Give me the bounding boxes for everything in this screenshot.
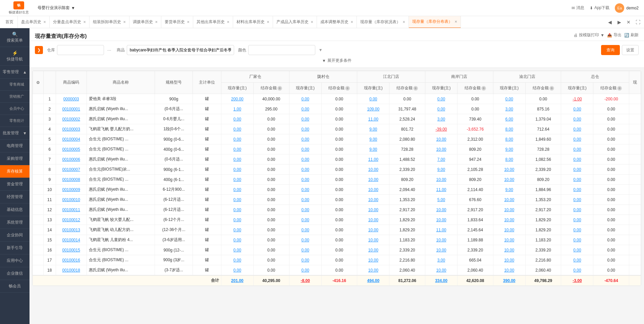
- row-lc-qty[interactable]: 0.00: [289, 235, 321, 245]
- row-code[interactable]: 00100001: [56, 104, 87, 114]
- row-total-qty[interactable]: 0.00: [561, 225, 593, 235]
- summary-fc-qty[interactable]: 201.00: [221, 275, 254, 286]
- app-download-button[interactable]: ⬇ App下载: [590, 5, 609, 11]
- row-yb-qty[interactable]: 10.00: [493, 265, 525, 276]
- row-na-qty[interactable]: 10.00: [425, 265, 458, 276]
- row-jb-qty[interactable]: 11.00: [357, 114, 389, 124]
- row-lc-qty[interactable]: 0.00: [289, 154, 321, 165]
- row-total-qty[interactable]: 0.00: [561, 195, 593, 205]
- row-yb-qty[interactable]: 8.00: [493, 124, 525, 134]
- tab-5-close[interactable]: ✕: [227, 20, 229, 24]
- print-button[interactable]: 🖨 按模版打印 ▼: [574, 32, 604, 38]
- tab-2-close[interactable]: ✕: [123, 20, 126, 24]
- sidebar-item-retail-mgmt[interactable]: 零售管理 ▲: [0, 66, 30, 79]
- tab-9[interactable]: 现存量（库存状况表） ✕: [357, 16, 409, 28]
- warehouse-ellipsis[interactable]: ···: [106, 47, 113, 53]
- row-lc-qty[interactable]: 0.00: [289, 165, 321, 175]
- row-lc-qty[interactable]: 0.00: [289, 185, 321, 195]
- tab-3[interactable]: 调拨单历史 ✕: [129, 16, 161, 28]
- row-lc-qty[interactable]: 0.00: [289, 144, 321, 154]
- row-code[interactable]: 00100004: [56, 134, 87, 144]
- row-code[interactable]: 00100007: [56, 165, 87, 175]
- row-code[interactable]: 00100009: [56, 185, 87, 195]
- row-jb-qty[interactable]: 10.00: [357, 225, 389, 235]
- row-yb-qty[interactable]: 10.00: [493, 195, 525, 205]
- sidebar-item-member-center[interactable]: 会员中心: [0, 103, 30, 115]
- row-na-qty[interactable]: 10.00: [425, 175, 458, 185]
- row-yb-qty[interactable]: 0.00: [493, 94, 525, 104]
- row-yb-qty[interactable]: 10.00: [493, 255, 525, 265]
- sidebar-item-marketing[interactable]: 营销推广: [0, 91, 30, 103]
- row-jb-qty[interactable]: 9.00: [357, 144, 389, 154]
- row-total-qty[interactable]: 0.00: [561, 114, 593, 124]
- nav-expand-button[interactable]: ⛶: [633, 17, 643, 27]
- row-yb-qty[interactable]: 10.00: [493, 215, 525, 225]
- row-total-qty[interactable]: 0.00: [561, 205, 593, 215]
- sidebar-item-purchase[interactable]: 采购管理: [0, 152, 30, 165]
- sidebar-item-guide[interactable]: 新手引导: [0, 242, 30, 254]
- row-total-qty[interactable]: 0.00: [561, 104, 593, 114]
- row-yb-qty[interactable]: 9.00: [493, 185, 525, 195]
- row-na-qty[interactable]: 10.00: [425, 245, 458, 255]
- row-lc-qty[interactable]: 0.00: [289, 205, 321, 215]
- tab-6[interactable]: 材料出库单历史 ✕: [233, 16, 273, 28]
- export-button[interactable]: 📤 导出: [607, 32, 622, 38]
- row-total-qty[interactable]: 0.00: [561, 175, 593, 185]
- row-jb-qty[interactable]: 10.00: [357, 205, 389, 215]
- row-jb-qty[interactable]: 109.00: [357, 104, 389, 114]
- row-na-qty[interactable]: 3.00: [425, 255, 458, 265]
- row-jb-qty[interactable]: 10.00: [357, 235, 389, 245]
- tab-8-close[interactable]: ✕: [351, 20, 353, 24]
- row-total-qty[interactable]: -1.00: [561, 94, 593, 104]
- row-na-qty[interactable]: 11.00: [425, 185, 458, 195]
- row-fc-qty[interactable]: 0.00: [221, 114, 254, 124]
- row-lc-qty[interactable]: 0.00: [289, 175, 321, 185]
- row-lc-qty[interactable]: 0.00: [289, 215, 321, 225]
- row-code[interactable]: 00100013: [56, 225, 87, 235]
- tab-4-close[interactable]: ✕: [187, 20, 190, 24]
- sidebar-item-enterprise[interactable]: 企业协同: [0, 229, 30, 242]
- row-lc-qty[interactable]: 0.00: [289, 124, 321, 134]
- row-lc-qty[interactable]: 0.00: [289, 265, 321, 276]
- row-jb-qty[interactable]: 9.00: [357, 134, 389, 144]
- row-lc-qty[interactable]: 0.00: [289, 245, 321, 255]
- row-total-qty[interactable]: 0.00: [561, 235, 593, 245]
- row-total-qty[interactable]: 0.00: [561, 185, 593, 195]
- row-fc-qty[interactable]: 0.00: [221, 265, 254, 276]
- row-na-qty[interactable]: 3.00: [425, 114, 458, 124]
- warehouse-input[interactable]: [57, 45, 104, 55]
- summary-yb-qty[interactable]: 390.00: [493, 275, 525, 286]
- row-fc-qty[interactable]: 0.00: [221, 235, 254, 245]
- nav-close-button[interactable]: ✕: [624, 17, 633, 27]
- settings-icon-header[interactable]: ⚙: [33, 71, 44, 94]
- sidebar-item-vip[interactable]: 畅会员: [0, 280, 30, 293]
- row-lc-qty[interactable]: 0.00: [289, 104, 321, 114]
- row-na-qty[interactable]: 10.00: [425, 134, 458, 144]
- row-fc-qty[interactable]: 0.00: [221, 255, 254, 265]
- row-fc-qty[interactable]: 1.00: [221, 104, 254, 114]
- row-code[interactable]: 00100018: [56, 265, 87, 276]
- row-fc-qty[interactable]: 0.00: [221, 195, 254, 205]
- row-jb-qty[interactable]: 11.00: [357, 154, 389, 165]
- message-button[interactable]: ✉ 消息: [572, 5, 584, 11]
- sidebar-item-operation[interactable]: 经营管理: [0, 191, 30, 203]
- sidebar-item-inventory[interactable]: 库存核算: [0, 165, 30, 178]
- sidebar-item-search[interactable]: 🔍 搜索英单: [0, 28, 30, 47]
- color-input[interactable]: [248, 45, 315, 55]
- row-total-qty[interactable]: 0.00: [561, 215, 593, 225]
- search-button[interactable]: 查询: [601, 45, 620, 55]
- sidebar-item-app-center[interactable]: 应用中心: [0, 254, 30, 267]
- row-jb-qty[interactable]: 10.00: [357, 185, 389, 195]
- row-lc-qty[interactable]: 0.00: [289, 94, 321, 104]
- row-fc-qty[interactable]: 0.00: [221, 225, 254, 235]
- row-code[interactable]: 0000003: [56, 94, 87, 104]
- tab-0-close[interactable]: ✕: [43, 20, 46, 24]
- tab-1-close[interactable]: ✕: [83, 20, 86, 24]
- row-total-qty[interactable]: 0.00: [561, 245, 593, 255]
- row-lc-qty[interactable]: 0.00: [289, 225, 321, 235]
- row-na-qty[interactable]: 9.00: [425, 165, 458, 175]
- row-yb-qty[interactable]: 9.00: [493, 144, 525, 154]
- row-code[interactable]: 00100005: [56, 144, 87, 154]
- setting-button[interactable]: 设置: [622, 45, 639, 55]
- nav-next-button[interactable]: ▶: [614, 17, 624, 27]
